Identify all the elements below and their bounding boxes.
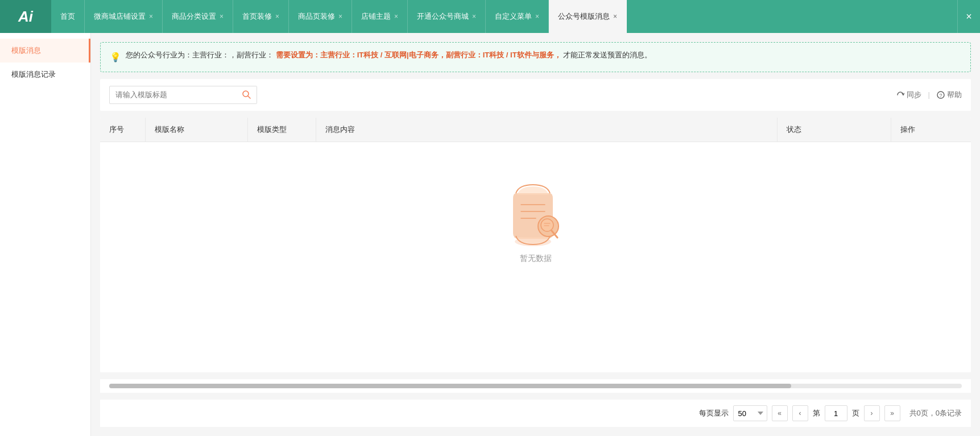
nav-tab-wechat-template-label: 公众号模版消息 [558,11,610,22]
notice-text: 您的公众号行业为：主营行业：，副营行业： 需要设置为：主营行业：IT科技 / 互… [126,49,961,61]
notice-prefix: 您的公众号行业为：主营行业：，副营行业： [126,51,274,59]
content-area: 💡 您的公众号行业为：主营行业：，副营行业： 需要设置为：主营行业：IT科技 /… [91,33,980,436]
nav-tab-product-page-decor-label: 商品页装修 [298,11,335,22]
col-status: 状态 [778,118,891,142]
nav-tab-homepage-decor-label: 首页装修 [242,11,272,22]
first-page-button[interactable]: « [772,405,788,421]
page-size-select[interactable]: 50 10 20 100 [733,405,767,421]
nav-tab-home[interactable]: 首页 [51,0,85,33]
col-type: 模版类型 [248,118,316,142]
sidebar-item-template-msg[interactable]: 模版消息 [0,39,90,63]
scrollbar-track[interactable] [109,384,962,388]
svg-line-1 [248,96,250,98]
nav-tab-home-label: 首页 [60,11,75,22]
close-all-tabs-button[interactable]: × [957,0,980,33]
prev-page-button[interactable]: ‹ [792,405,808,421]
sync-button[interactable]: 同步 [896,90,921,100]
close-product-page-decor[interactable]: × [338,13,342,20]
horizontal-scrollbar[interactable] [100,379,971,393]
app-logo: Ai [0,0,51,33]
search-input[interactable] [110,90,236,99]
close-wsc-settings[interactable]: × [149,13,153,20]
notice-icon: 💡 [110,50,121,65]
nav-tab-store-theme[interactable]: 店铺主题 × [352,0,408,33]
nav-tab-custom-menu-label: 自定义菜单 [495,11,532,22]
nav-tab-wsc-settings-label: 微商城店铺设置 [94,11,146,22]
scrollbar-thumb[interactable] [109,384,791,388]
svg-text:?: ? [939,93,942,98]
search-button[interactable] [236,86,257,104]
sidebar-item-template-msg-log-label: 模版消息记录 [11,70,56,78]
sidebar: 模版消息 模版消息记录 [0,33,91,436]
nav-tab-wsc-settings[interactable]: 微商城店铺设置 × [85,0,163,33]
nav-tab-product-category[interactable]: 商品分类设置 × [163,0,233,33]
close-open-wechat-mall[interactable]: × [472,13,476,20]
sync-icon [896,91,904,99]
nav-tab-product-category-label: 商品分类设置 [172,11,216,22]
sidebar-item-template-msg-label: 模版消息 [11,46,41,55]
help-icon: ? [937,91,945,99]
close-wechat-template[interactable]: × [613,13,617,20]
sync-label: 同步 [907,90,921,100]
nav-tab-product-page-decor[interactable]: 商品页装修 × [289,0,352,33]
search-bar: 同步 | ? 帮助 [100,79,971,111]
pagination: 每页显示 50 10 20 100 « ‹ 第 页 › » 共0页，0条记录 [100,400,971,427]
nav-tab-custom-menu[interactable]: 自定义菜单 × [486,0,549,33]
nav-tab-store-theme-label: 店铺主题 [361,11,391,22]
notice-suffix: 才能正常发送预置的消息。 [563,51,652,59]
top-navigation: Ai 首页 微商城店铺设置 × 商品分类设置 × 首页装修 × 商品页装修 × … [0,0,980,33]
close-store-theme[interactable]: × [394,13,398,20]
next-page-button[interactable]: › [864,405,880,421]
empty-state: 暂无数据 [100,142,971,286]
nav-tab-open-wechat-mall[interactable]: 开通公众号商城 × [408,0,486,33]
divider: | [928,90,930,99]
page-prefix-label: 第 [813,408,820,418]
page-size-label: 每页显示 [699,408,729,418]
close-custom-menu[interactable]: × [535,13,539,20]
nav-tab-homepage-decor[interactable]: 首页装修 × [233,0,289,33]
table-header: 序号 模版名称 模版类型 消息内容 状态 操作 [100,118,971,142]
empty-svg-illustration [502,176,570,250]
sidebar-item-template-msg-log[interactable]: 模版消息记录 [0,63,90,86]
data-table: 序号 模版名称 模版类型 消息内容 状态 操作 [100,118,971,372]
col-seq: 序号 [100,118,146,142]
last-page-button[interactable]: » [884,405,900,421]
nav-tab-open-wechat-mall-label: 开通公众号商城 [417,11,469,22]
empty-illustration [502,176,570,244]
total-records-label: 共0页，0条记录 [909,408,962,418]
col-action: 操作 [891,118,971,142]
page-number-input[interactable] [825,405,847,421]
page-suffix-label: 页 [852,408,859,418]
close-homepage-decor[interactable]: × [275,13,279,20]
close-product-category[interactable]: × [220,13,224,20]
search-icon [242,90,251,99]
nav-tab-wechat-template[interactable]: 公众号模版消息 × [549,0,627,33]
nav-tabs-container: 首页 微商城店铺设置 × 商品分类设置 × 首页装修 × 商品页装修 × 店铺主… [51,0,957,33]
svg-point-9 [541,219,553,231]
col-content: 消息内容 [316,118,778,142]
main-layout: 模版消息 模版消息记录 💡 您的公众号行业为：主营行业：，副营行业： 需要设置为… [0,33,980,436]
empty-text: 暂无数据 [520,254,552,264]
help-button[interactable]: ? 帮助 [937,90,962,100]
search-actions: 同步 | ? 帮助 [896,90,962,100]
notice-highlight: 需要设置为：主营行业：IT科技 / 互联网|电子商务，副营行业：IT科技 / I… [276,51,561,59]
notice-banner: 💡 您的公众号行业为：主营行业：，副营行业： 需要设置为：主营行业：IT科技 /… [100,42,971,72]
search-input-wrap [109,86,257,104]
help-label: 帮助 [947,90,962,100]
col-name: 模版名称 [146,118,248,142]
